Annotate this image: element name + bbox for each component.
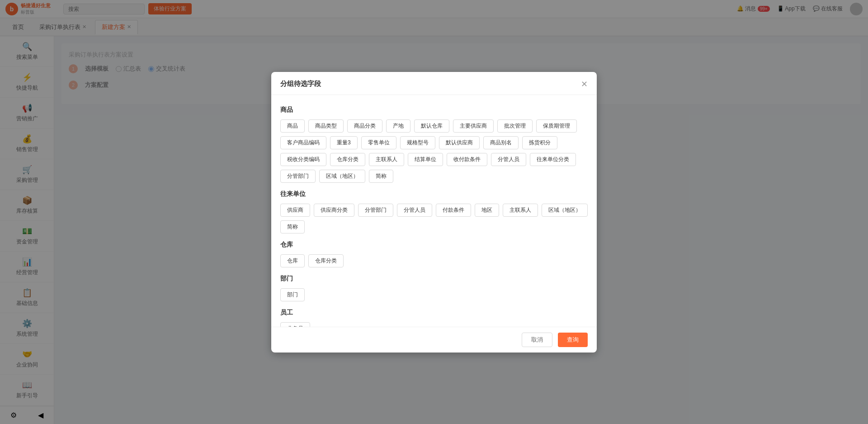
field-tag-0-12[interactable]: 默认供应商 [439, 136, 480, 149]
field-tags-0: 商品商品类型商品分类产地默认仓库主要供应商批次管理保质期管理客户商品编码重量3零… [280, 119, 588, 183]
field-tag-3-0[interactable]: 部门 [280, 288, 305, 301]
field-tags-4: 业务员 [280, 322, 588, 327]
field-tag-1-8[interactable]: 简称 [280, 220, 305, 233]
field-tag-0-16[interactable]: 仓库分类 [330, 153, 365, 166]
field-tag-0-13[interactable]: 商品别名 [483, 136, 519, 149]
field-tag-2-1[interactable]: 仓库分类 [308, 254, 344, 267]
field-tags-2: 仓库仓库分类 [280, 254, 588, 267]
field-tag-0-24[interactable]: 简称 [369, 170, 393, 183]
cancel-button[interactable]: 取消 [522, 333, 552, 347]
field-tag-0-15[interactable]: 税收分类编码 [280, 153, 326, 166]
field-tag-4-0[interactable]: 业务员 [280, 322, 310, 327]
modal-header: 分组待选字段 ✕ [271, 72, 597, 95]
field-tag-0-23[interactable]: 区域（地区） [319, 170, 365, 183]
field-tag-1-7[interactable]: 区域（地区） [542, 204, 588, 217]
field-tag-0-17[interactable]: 主联系人 [369, 153, 404, 166]
section-title-2: 仓库 [280, 241, 588, 249]
modal-close-btn[interactable]: ✕ [581, 79, 588, 89]
field-tag-1-1[interactable]: 供应商分类 [314, 204, 354, 217]
field-tag-0-6[interactable]: 批次管理 [497, 119, 533, 133]
field-tag-1-5[interactable]: 地区 [475, 204, 499, 217]
field-tag-0-19[interactable]: 收付款条件 [447, 153, 487, 166]
field-tag-1-6[interactable]: 主联系人 [503, 204, 538, 217]
field-tag-0-14[interactable]: 拣货积分 [522, 136, 557, 149]
field-tag-1-0[interactable]: 供应商 [280, 204, 310, 217]
field-tag-0-1[interactable]: 商品类型 [308, 119, 344, 133]
field-tag-0-22[interactable]: 分管部门 [280, 170, 316, 183]
field-tag-0-7[interactable]: 保质期管理 [536, 119, 577, 133]
field-tag-0-5[interactable]: 主要供应商 [453, 119, 494, 133]
modal-body: 商品商品商品类型商品分类产地默认仓库主要供应商批次管理保质期管理客户商品编码重量… [271, 95, 597, 327]
modal-footer: 取消 查询 [271, 327, 597, 353]
field-tag-1-4[interactable]: 付款条件 [436, 204, 471, 217]
field-tags-3: 部门 [280, 288, 588, 301]
field-tag-1-2[interactable]: 分管部门 [358, 204, 393, 217]
field-tag-0-20[interactable]: 分管人员 [491, 153, 526, 166]
field-tag-1-3[interactable]: 分管人员 [397, 204, 432, 217]
section-title-1: 往来单位 [280, 190, 588, 198]
modal-title: 分组待选字段 [280, 80, 321, 88]
field-tag-0-2[interactable]: 商品分类 [347, 119, 382, 133]
section-title-3: 部门 [280, 275, 588, 283]
field-tags-1: 供应商供应商分类分管部门分管人员付款条件地区主联系人区域（地区）简称 [280, 204, 588, 233]
field-tag-0-4[interactable]: 默认仓库 [414, 119, 449, 133]
field-tag-0-10[interactable]: 零售单位 [361, 136, 396, 149]
field-tag-0-0[interactable]: 商品 [280, 119, 305, 133]
field-tag-0-8[interactable]: 客户商品编码 [280, 136, 326, 149]
field-tag-0-21[interactable]: 往来单位分类 [530, 153, 576, 166]
field-tag-0-11[interactable]: 规格型号 [400, 136, 435, 149]
section-title-0: 商品 [280, 106, 588, 114]
modal-overlay: 分组待选字段 ✕ 商品商品商品类型商品分类产地默认仓库主要供应商批次管理保质期管… [0, 0, 868, 424]
field-tag-0-18[interactable]: 结算单位 [408, 153, 443, 166]
field-tag-0-3[interactable]: 产地 [386, 119, 410, 133]
section-title-4: 员工 [280, 309, 588, 317]
field-tag-0-9[interactable]: 重量3 [330, 136, 358, 149]
field-tag-2-0[interactable]: 仓库 [280, 254, 305, 267]
confirm-button[interactable]: 查询 [558, 333, 588, 347]
modal-group-fields: 分组待选字段 ✕ 商品商品商品类型商品分类产地默认仓库主要供应商批次管理保质期管… [271, 72, 597, 353]
